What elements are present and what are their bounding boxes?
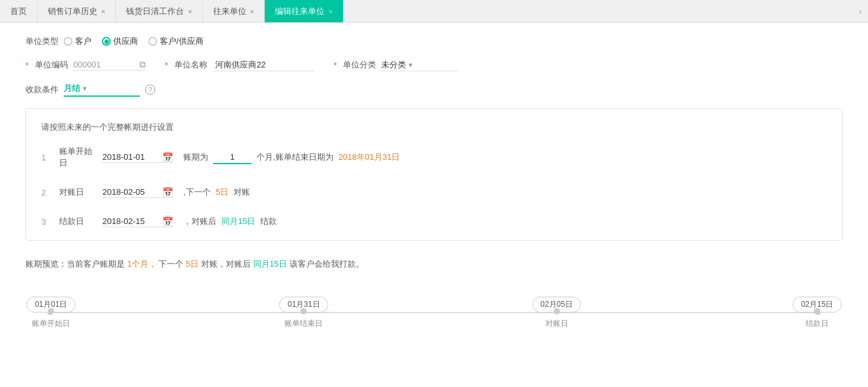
tab-bar: 首页 销售订单历史 × 钱货日清工作台 × 往来单位 × 编辑往来单位 × › <box>0 0 868 23</box>
timeline-section: 01月01日 账单开始日 01月31日 账单结束日 02月05日 对账日 02月… <box>25 288 843 351</box>
tl-node-2-label: 账单结束日 <box>284 318 323 329</box>
tl-node-3-dot <box>554 308 560 314</box>
tab-partner-unit-close[interactable]: × <box>250 8 254 15</box>
radio-customer-label: 客户 <box>75 36 92 47</box>
unit-code-input[interactable] <box>73 60 137 69</box>
tab-arrow[interactable]: › <box>853 0 868 22</box>
payment-group: 收款条件 月结 ▾ ? <box>25 83 155 97</box>
setting-row-2: 2 对账日 📅 ,下一个 5日 对账 <box>41 186 827 198</box>
tl-node-3-label: 对账日 <box>545 318 568 329</box>
main-content: 单位类型 客户 供应商 客户/供应商 * 单位编码 <box>0 23 868 387</box>
preview-settle-highlight: 同月15日 <box>253 259 287 269</box>
unit-type-row: 单位类型 客户 供应商 客户/供应商 <box>25 36 843 47</box>
payment-chevron-icon: ▾ <box>83 84 87 93</box>
tab-cash-workbench-close[interactable]: × <box>188 8 192 15</box>
calendar-icon-2[interactable]: 📅 <box>162 187 173 197</box>
tab-sales-history[interactable]: 销售订单历史 × <box>38 0 116 22</box>
preview-prefix: 账期预览：当前客户账期是 <box>25 259 125 269</box>
unit-code-label: 单位编码 <box>35 59 68 71</box>
payment-label: 收款条件 <box>25 84 59 95</box>
unit-category-group: * 单位分类 未分类 ▾ <box>333 59 458 71</box>
tab-cash-workbench-label: 钱货日清工作台 <box>126 6 184 17</box>
tab-edit-partner[interactable]: 编辑往来单位 × <box>265 0 343 22</box>
row-num-2: 2 <box>41 188 54 197</box>
unit-category-select[interactable]: 未分类 ▾ <box>381 59 458 71</box>
radio-supplier-label: 供应商 <box>113 36 138 47</box>
unit-name-label: 单位名称 <box>174 59 207 71</box>
preview-section: 账期预览：当前客户账期是 1个月， 下一个 5日 对账，对账后 同月15日 该客… <box>25 251 843 278</box>
period-suffix: 个月,账单结束日期为 <box>256 151 333 163</box>
preview-date-highlight: 5日 <box>186 259 199 269</box>
settle-prefix: ，对账后 <box>183 216 216 227</box>
tl-node-1-dot <box>48 308 54 314</box>
settle-date-input-wrap: 📅 <box>102 216 173 227</box>
setting-row-1: 1 账单开始日 📅 账期为 个月,账单结束日期为 2018年01月31日 <box>41 146 827 169</box>
radio-supplier[interactable]: 供应商 <box>102 36 138 47</box>
setting-panel: 请按照未来的一个完整帐期进行设置 1 账单开始日 📅 账期为 个月,账单结束日期… <box>25 108 843 241</box>
radio-customer-circle <box>64 37 73 46</box>
radio-customer[interactable]: 客户 <box>64 36 92 47</box>
reconcile-date-input-wrap: 📅 <box>102 187 173 198</box>
tl-node-2-dot <box>300 308 307 314</box>
tl-node-4-label: 结款日 <box>806 318 829 329</box>
row-label-1: 账单开始日 <box>59 146 97 169</box>
payment-value: 月结 <box>64 83 80 94</box>
tl-node-1-label: 账单开始日 <box>32 318 70 329</box>
start-date-input[interactable] <box>102 152 160 162</box>
unit-code-group: * 单位编码 ⧉ <box>25 59 146 71</box>
reconcile-prefix: ,下一个 <box>183 186 211 198</box>
settle-day-highlight: 同月15日 <box>221 216 255 227</box>
radio-supplier-circle <box>102 37 111 46</box>
tab-partner-unit[interactable]: 往来单位 × <box>203 0 265 22</box>
unit-code-star: * <box>25 60 29 70</box>
timeline-line <box>51 312 817 313</box>
tab-home[interactable]: 首页 <box>0 0 38 22</box>
unit-category-label: 单位分类 <box>343 59 376 71</box>
tab-home-label: 首页 <box>10 6 27 17</box>
setting-row-3: 3 结款日 📅 ，对账后 同月15日 结款 <box>41 216 827 227</box>
period-input[interactable] <box>213 151 251 164</box>
radio-both-label: 客户/供应商 <box>160 36 204 47</box>
radio-group: 客户 供应商 客户/供应商 <box>64 36 204 47</box>
calendar-icon-3[interactable]: 📅 <box>162 216 173 227</box>
unit-name-group: * 单位名称 <box>165 59 314 71</box>
settle-date-input[interactable] <box>102 216 160 226</box>
calendar-icon-1[interactable]: 📅 <box>162 152 173 162</box>
unit-code-input-wrap: ⧉ <box>73 59 146 71</box>
payment-row: 收款条件 月结 ▾ ? <box>25 83 843 97</box>
copy-icon[interactable]: ⧉ <box>139 59 146 70</box>
preview-middle: 下一个 <box>158 259 183 269</box>
preview-suffix: 该客户会给我打款。 <box>290 259 364 269</box>
unit-category-value: 未分类 <box>381 59 406 71</box>
radio-both[interactable]: 客户/供应商 <box>148 36 204 47</box>
row-num-3: 3 <box>41 217 54 227</box>
tab-sales-history-close[interactable]: × <box>101 8 105 15</box>
row-num-1: 1 <box>41 153 54 162</box>
tab-partner-unit-label: 往来单位 <box>213 6 246 17</box>
unit-name-star: * <box>165 60 168 70</box>
reconcile-date-input[interactable] <box>102 187 160 197</box>
settle-suffix: 结款 <box>260 216 277 227</box>
tab-sales-history-label: 销售订单历史 <box>48 6 97 17</box>
tl-node-4-dot <box>814 308 820 314</box>
radio-both-circle <box>148 37 157 46</box>
help-icon[interactable]: ? <box>145 85 155 95</box>
preview-mid2: 对账，对账后 <box>201 259 251 269</box>
tab-edit-partner-close[interactable]: × <box>328 8 332 15</box>
reconcile-suffix: 对账 <box>234 186 250 198</box>
unit-name-input[interactable] <box>213 59 314 71</box>
end-date-highlight: 2018年01月31日 <box>339 151 400 163</box>
preview-period-highlight: 1个月， <box>127 259 157 269</box>
row-label-3: 结款日 <box>59 216 97 227</box>
unit-type-group: 单位类型 客户 供应商 客户/供应商 <box>25 36 204 47</box>
chevron-down-icon: ▾ <box>409 60 412 69</box>
start-date-input-wrap: 📅 <box>102 152 173 163</box>
unit-info-row: * 单位编码 ⧉ * 单位名称 * 单位分类 未分类 ▾ <box>25 59 843 71</box>
tab-edit-partner-label: 编辑往来单位 <box>275 6 325 17</box>
reconcile-day-highlight: 5日 <box>216 186 228 198</box>
payment-select[interactable]: 月结 ▾ <box>64 83 140 97</box>
panel-title: 请按照未来的一个完整帐期进行设置 <box>41 122 827 133</box>
row-label-2: 对账日 <box>59 186 97 198</box>
period-prefix: 账期为 <box>183 151 208 163</box>
tab-cash-workbench[interactable]: 钱货日清工作台 × <box>116 0 202 22</box>
